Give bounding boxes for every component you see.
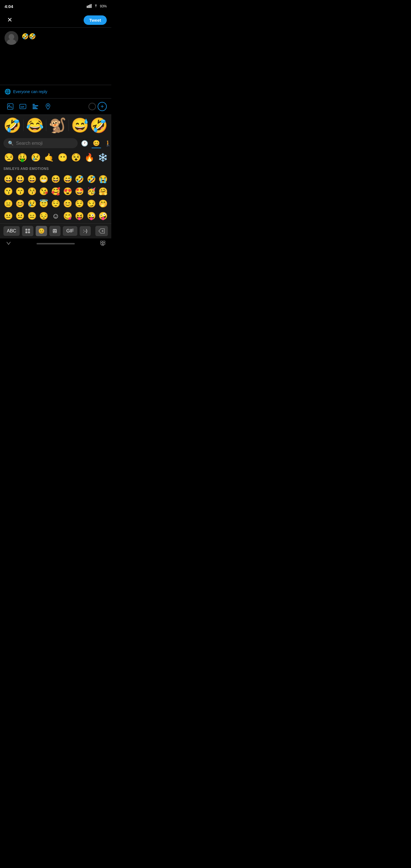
emoji-cell[interactable]: 😅 (62, 173, 74, 185)
emoji-cell[interactable]: ☺️ (50, 210, 62, 222)
home-bar (36, 243, 75, 244)
emoji-cell[interactable]: 🥰 (50, 185, 62, 197)
emoji-search-input[interactable] (16, 141, 73, 146)
status-time: 4:04 (5, 4, 13, 9)
emoji-cell[interactable]: 😋 (62, 210, 74, 222)
globe-icon: 🌐 (5, 89, 11, 95)
tweet-content[interactable]: 🤣🤣 (22, 31, 107, 82)
reply-info[interactable]: 🌐 Everyone can reply (0, 85, 111, 98)
emoji-category-tabs: 🕐 😊 🚶 🎪 🏷 (80, 138, 111, 148)
char-count (88, 102, 96, 111)
emoji-suggestion-3[interactable]: 🐒 (49, 117, 66, 134)
image-button[interactable] (5, 101, 16, 112)
emoji-suggestion-4[interactable]: 😅 (71, 117, 89, 134)
svg-rect-27 (103, 241, 105, 242)
preview-emoji-4[interactable]: 🤙 (42, 152, 56, 163)
emoji-search-icon: 🔍 (8, 141, 14, 146)
emoji-cell[interactable]: 😭 (97, 173, 109, 185)
emoji-search-wrapper[interactable]: 🔍 (3, 138, 77, 148)
emoji-cat-smileys[interactable]: 😊 (92, 138, 101, 148)
emoji-divider-1 (23, 120, 24, 131)
emoji-cell[interactable]: 🤣 (85, 173, 97, 185)
emoji-cell[interactable]: 🤣 (73, 173, 85, 185)
emoji-cell[interactable]: 🤩 (73, 185, 85, 197)
svg-rect-17 (25, 229, 27, 231)
bitmoji-button[interactable] (50, 226, 61, 236)
svg-point-22 (54, 230, 55, 231)
keyboard-hide-button[interactable] (5, 239, 12, 248)
delete-button[interactable] (95, 226, 108, 236)
abc-button[interactable]: ABC (3, 226, 20, 236)
emoji-cell[interactable]: 😆 (50, 173, 62, 185)
sticker-button[interactable] (22, 226, 33, 236)
emoji-cell[interactable]: 🤭 (97, 197, 109, 210)
emoji-search-bar: 🔍 🕐 😊 🚶 🎪 🏷 (0, 136, 111, 151)
emoji-cell[interactable]: 😀 (2, 173, 14, 185)
svg-rect-12 (33, 107, 36, 107)
emoji-cell[interactable]: 😔 (38, 210, 50, 222)
emoji-cell[interactable]: 😇 (38, 197, 50, 210)
gif-kb-button[interactable]: GIF (63, 226, 77, 236)
preview-emoji-7[interactable]: 🔥 (83, 152, 96, 163)
reply-text: Everyone can reply (13, 89, 48, 94)
poll-button[interactable] (30, 101, 41, 112)
keyboard-layout-button[interactable] (99, 239, 107, 248)
emoji-cat-recent[interactable]: 🕐 (80, 139, 89, 148)
kaomoji-button[interactable]: :-) (80, 226, 91, 236)
preview-emoji-2[interactable]: 🤑 (16, 152, 29, 163)
svg-rect-18 (28, 229, 30, 231)
emoji-cell[interactable]: 😢 (26, 197, 38, 210)
emoji-suggestions-row: 🤣 😂 🐒 😅 🤣 (0, 115, 111, 136)
emoji-cell[interactable]: 😚 (26, 185, 38, 197)
gif-button[interactable]: GIF (17, 101, 29, 112)
preview-emoji-3[interactable]: 😢 (29, 152, 42, 163)
emoji-cell[interactable]: 🤗 (97, 185, 109, 197)
network-icon (87, 4, 92, 9)
add-tweet-button[interactable]: + (98, 102, 107, 111)
preview-emoji-1[interactable]: 😒 (2, 152, 16, 163)
preview-emoji-6[interactable]: 😵 (69, 152, 83, 163)
avatar (5, 31, 18, 45)
emoji-cell[interactable]: 😌 (73, 197, 85, 210)
emoji-suggestion-2[interactable]: 😂 (26, 117, 44, 134)
emoji-cell[interactable]: 😄 (26, 173, 38, 185)
emoji-cell[interactable]: 😑 (26, 210, 38, 222)
emoji-cell[interactable]: 😗 (2, 185, 14, 197)
status-icons: 93% (87, 4, 107, 9)
emoji-suggestion-5[interactable]: 🤣 (91, 118, 106, 133)
emoji-cell[interactable]: 😐 (2, 210, 14, 222)
emoji-cell[interactable]: 😘 (38, 185, 50, 197)
emoji-section-label: SMILEYS AND EMOTIONS (0, 164, 111, 172)
emoji-cell[interactable]: 😜 (85, 210, 97, 222)
location-button[interactable] (42, 101, 54, 112)
emoji-cell[interactable]: 😊 (62, 197, 74, 210)
svg-rect-11 (33, 105, 38, 106)
emoji-cell[interactable]: 😁 (38, 173, 50, 185)
preview-emoji-9[interactable]: 😬 (109, 152, 111, 163)
svg-rect-29 (103, 243, 105, 244)
emoji-cell[interactable]: 😝 (73, 210, 85, 222)
emoji-cell[interactable]: 😙 (14, 185, 26, 197)
emoji-cell[interactable]: 😃 (14, 173, 26, 185)
emoji-cell[interactable]: 😑 (2, 197, 14, 210)
emoji-cell[interactable]: 🥳 (85, 185, 97, 197)
emoji-cell[interactable]: 🤪 (97, 210, 109, 222)
emoji-cat-people[interactable]: 🚶 (103, 139, 111, 148)
emoji-cell[interactable]: 😐 (14, 210, 26, 222)
emoji-preview-row: 😒 🤑 😢 🤙 😶 😵 🔥 ❄️ 😬 🌙 (0, 151, 111, 164)
emoji-suggestion-1[interactable]: 🤣 (3, 117, 21, 134)
top-nav: ✕ Tweet (0, 12, 111, 28)
emoji-cell[interactable]: 😊 (14, 197, 26, 210)
preview-emoji-8[interactable]: ❄️ (96, 152, 109, 163)
emoji-cell[interactable]: 😍 (62, 185, 74, 197)
svg-rect-28 (100, 243, 102, 244)
emoji-cell[interactable]: 😌 (50, 197, 62, 210)
svg-point-15 (48, 105, 49, 106)
close-button[interactable]: ✕ (5, 15, 15, 25)
emoji-cell[interactable]: 😏 (85, 197, 97, 210)
tweet-button[interactable]: Tweet (84, 16, 107, 25)
preview-emoji-5[interactable]: 😶 (56, 152, 69, 163)
svg-rect-2 (89, 5, 90, 8)
home-indicator-area (0, 239, 111, 249)
emoji-button[interactable]: 😊 (36, 226, 47, 236)
